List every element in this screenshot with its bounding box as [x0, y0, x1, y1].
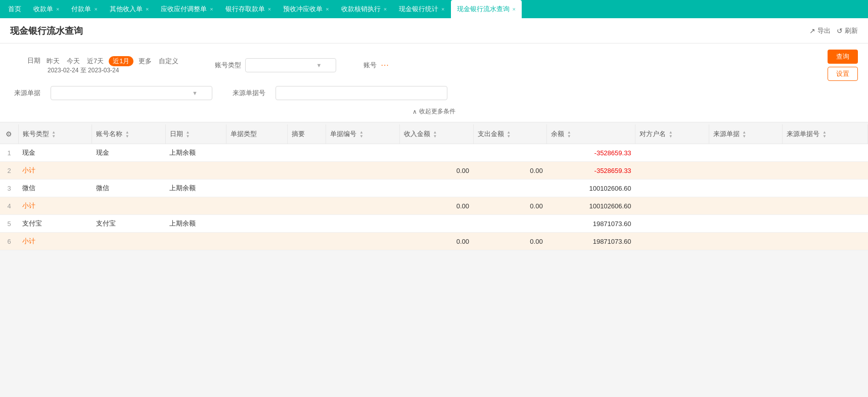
date-custom[interactable]: 自定义 [157, 56, 180, 66]
close-advance-icon[interactable]: × [326, 0, 329, 18]
close-payment-icon[interactable]: × [94, 0, 97, 18]
nav-bank-stats[interactable]: 现金银行统计 × [393, 0, 450, 18]
account-label: 账号 [346, 61, 377, 70]
sort-date-icon: ▲▼ [186, 130, 190, 139]
date-options: 昨天 今天 近7天 近1月 更多 自定义 [44, 56, 180, 66]
gear-icon[interactable]: ⚙ [6, 130, 12, 138]
settings-button[interactable]: 设置 [828, 67, 858, 81]
top-nav: 首页 收款单 × 付款单 × 其他收入单 × 应收应付调整单 × 银行存取款单 … [0, 0, 868, 18]
sort-balance-icon: ▲▼ [567, 130, 571, 139]
date [165, 197, 226, 215]
table-row: 6小计0.000.0019871073.60 [0, 233, 868, 250]
account-ellipsis-button[interactable]: ··· [381, 61, 389, 70]
sort-account-type-icon: ▲▼ [52, 130, 56, 139]
counterpart [635, 144, 709, 162]
source-doc-select[interactable]: ▼ [51, 86, 212, 100]
th-date[interactable]: 日期 ▲▼ [165, 124, 226, 144]
th-settings[interactable]: ⚙ [0, 124, 18, 144]
th-source-doc[interactable]: 来源单据 ▲▼ [709, 124, 783, 144]
collapse-bar[interactable]: ∧ 收起更多条件 [10, 105, 858, 116]
nav-collection[interactable]: 收款核销执行 × [335, 0, 393, 18]
sort-counterpart-icon: ▲▼ [669, 130, 673, 139]
export-button[interactable]: ↗ 导出 [809, 26, 831, 35]
account-type: 微信 [18, 180, 92, 197]
th-doc-no[interactable]: 单据编号 ▲▼ [326, 124, 400, 144]
doc-no [326, 180, 400, 197]
query-button[interactable]: 查询 [828, 50, 858, 64]
nav-advance[interactable]: 预收冲应收单 × [277, 0, 335, 18]
expense [473, 215, 547, 233]
source-doc [709, 233, 783, 250]
th-expense[interactable]: 支出金额 ▲▼ [473, 124, 547, 144]
collapse-label: 收起更多条件 [419, 107, 455, 116]
account-type-select[interactable]: ▼ [245, 58, 336, 72]
source-doc [709, 162, 783, 180]
date-1month[interactable]: 近1月 [109, 56, 133, 66]
refresh-button[interactable]: ↺ 刷新 [837, 26, 858, 35]
header-actions: ↗ 导出 ↺ 刷新 [809, 26, 858, 35]
row-num: 5 [0, 215, 18, 233]
date-filter-group: 日期 昨天 今天 近7天 近1月 更多 自定义 2023-02-24 至 202… [10, 56, 180, 75]
close-adjustment-icon[interactable]: × [210, 0, 213, 18]
date-more[interactable]: 更多 [136, 56, 154, 66]
account-name: 现金 [92, 144, 166, 162]
nav-bank-flow[interactable]: 现金银行流水查询 × [451, 0, 522, 18]
filter-row-date: 日期 昨天 今天 近7天 近1月 更多 自定义 2023-02-24 至 202… [10, 50, 858, 81]
date-today[interactable]: 今天 [65, 56, 82, 66]
th-account-type[interactable]: 账号类型 ▲▼ [18, 124, 92, 144]
th-account-name[interactable]: 账号名称 ▲▼ [92, 124, 166, 144]
row-num: 6 [0, 233, 18, 250]
source-doc-no [783, 197, 868, 215]
source-doc [709, 197, 783, 215]
export-icon: ↗ [809, 27, 815, 35]
income [399, 144, 473, 162]
th-counterpart[interactable]: 对方户名 ▲▼ [635, 124, 709, 144]
nav-other-income[interactable]: 其他收入单 × [104, 0, 155, 18]
nav-adjustment[interactable]: 应收应付调整单 × [155, 0, 219, 18]
account-name: 微信 [92, 180, 166, 197]
account-type-label: 账号类型 [211, 61, 241, 70]
table-row: 5支付宝支付宝上期余额19871073.60 [0, 215, 868, 233]
sort-account-name-icon: ▲▼ [125, 130, 129, 139]
close-bank-deposit-icon[interactable]: × [268, 0, 271, 18]
filter-area: 日期 昨天 今天 近7天 近1月 更多 自定义 2023-02-24 至 202… [0, 43, 868, 122]
income: 0.00 [399, 162, 473, 180]
balance: -3528659.33 [547, 162, 635, 180]
close-bank-flow-icon[interactable]: × [513, 0, 516, 18]
account-name [92, 233, 166, 250]
source-doc-no [783, 162, 868, 180]
nav-receipt[interactable]: 收款单 × [27, 0, 65, 18]
date-7days[interactable]: 近7天 [85, 56, 106, 66]
nav-bank-deposit[interactable]: 银行存取款单 × [219, 0, 277, 18]
th-source-doc-no[interactable]: 来源单据号 ▲▼ [783, 124, 868, 144]
close-other-income-icon[interactable]: × [146, 0, 149, 18]
source-doc-no-input[interactable] [276, 86, 447, 100]
source-doc-chevron-icon: ▼ [192, 90, 198, 96]
account-type: 小计 [18, 197, 92, 215]
account-type: 小计 [18, 233, 92, 250]
date-label: 日期 [10, 56, 40, 65]
expense: 0.00 [473, 197, 547, 215]
date-yesterday[interactable]: 昨天 [44, 56, 62, 66]
balance: -3528659.33 [547, 144, 635, 162]
th-income[interactable]: 收入金额 ▲▼ [399, 124, 473, 144]
nav-home[interactable]: 首页 [2, 0, 27, 18]
table-header-row: ⚙ 账号类型 ▲▼ 账号名称 ▲▼ 日期 ▲▼ 单据类型 摘要 单据编号 [0, 124, 868, 144]
sort-source-doc-icon: ▲▼ [742, 130, 746, 139]
summary [288, 180, 326, 197]
account-type: 小计 [18, 162, 92, 180]
close-bank-stats-icon[interactable]: × [441, 0, 444, 18]
source-doc [709, 215, 783, 233]
sort-source-doc-no-icon: ▲▼ [823, 130, 827, 139]
doc-no [326, 197, 400, 215]
close-receipt-icon[interactable]: × [56, 0, 59, 18]
source-doc-no [783, 144, 868, 162]
th-balance[interactable]: 余额 ▲▼ [547, 124, 635, 144]
nav-payment[interactable]: 付款单 × [65, 0, 103, 18]
close-collection-icon[interactable]: × [384, 0, 387, 18]
counterpart [635, 215, 709, 233]
doc-no [326, 162, 400, 180]
doc-no [326, 233, 400, 250]
date-range-display: 2023-02-24 至 2023-03-24 [48, 66, 180, 75]
expense: 0.00 [473, 233, 547, 250]
